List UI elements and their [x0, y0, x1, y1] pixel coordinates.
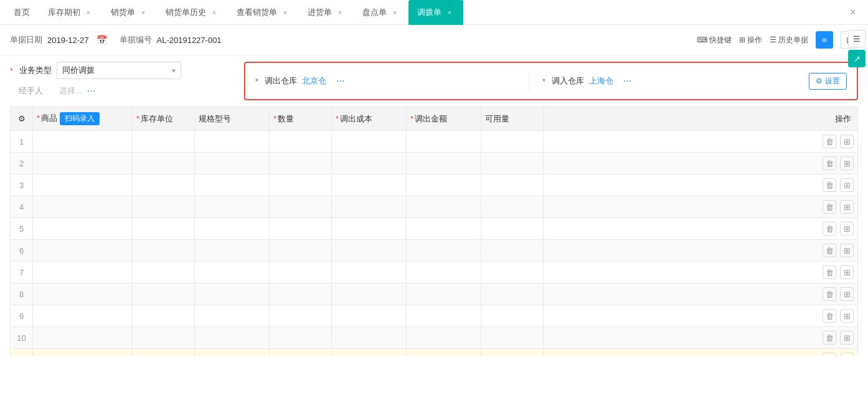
tab-sales-history[interactable]: 销货单历史 × [157, 0, 228, 25]
row-product-5[interactable] [33, 218, 133, 240]
scan-barcode-button[interactable]: 扫码录入 [60, 112, 100, 125]
row-unit-5[interactable] [133, 218, 195, 240]
row-unit-11[interactable] [133, 349, 195, 356]
copy-icon-9[interactable]: ⊞ [840, 309, 854, 323]
row-cost-5[interactable] [332, 218, 407, 240]
row-quantity-5[interactable] [270, 218, 332, 240]
row-spec-6[interactable] [195, 240, 270, 262]
transfer-in-warehouse[interactable]: 上海仓 [589, 75, 613, 87]
copy-icon-6[interactable]: ⊞ [840, 244, 854, 257]
transfer-out-warehouse[interactable]: 北京仓 [302, 75, 326, 87]
row-product-10[interactable] [33, 327, 133, 349]
tab-inventory-init-close[interactable]: × [84, 8, 93, 17]
tab-home[interactable]: 首页 [5, 0, 39, 25]
row-spec-5[interactable] [195, 218, 270, 240]
row-amount-8[interactable] [407, 283, 481, 305]
row-spec-9[interactable] [195, 305, 270, 327]
row-cost-4[interactable] [332, 196, 407, 218]
row-cost-3[interactable] [332, 174, 407, 196]
row-amount-4[interactable] [407, 196, 481, 218]
row-unit-6[interactable] [133, 240, 195, 262]
person-more-button[interactable]: ··· [87, 85, 95, 97]
row-quantity-3[interactable] [270, 174, 332, 196]
row-product-3[interactable] [33, 174, 133, 196]
row-product-4[interactable] [33, 196, 133, 218]
delete-icon-11[interactable]: 🗑 [823, 353, 836, 356]
calendar-icon[interactable]: 📅 [97, 35, 107, 45]
row-unit-7[interactable] [133, 262, 195, 283]
row-unit-4[interactable] [133, 196, 195, 218]
row-cost-10[interactable] [332, 327, 407, 349]
row-spec-8[interactable] [195, 283, 270, 305]
copy-icon-1[interactable]: ⊞ [840, 135, 854, 148]
tab-inventory-check[interactable]: 盘点单 × [354, 0, 408, 25]
row-unit-1[interactable] [133, 131, 195, 153]
person-select[interactable]: 选择... [59, 85, 82, 97]
transfer-out-more-button[interactable]: ··· [336, 75, 344, 87]
row-product-7[interactable] [33, 262, 133, 283]
row-quantity-9[interactable] [270, 305, 332, 327]
delete-icon-5[interactable]: 🗑 [823, 222, 836, 236]
row-cost-9[interactable] [332, 305, 407, 327]
tab-view-sales[interactable]: 查看销货单 × [228, 0, 299, 25]
copy-icon-2[interactable]: ⊞ [840, 156, 854, 170]
row-quantity-7[interactable] [270, 262, 332, 283]
delete-icon-8[interactable]: 🗑 [823, 287, 836, 301]
shortcut-button[interactable]: ⌨ 快捷键 [697, 35, 732, 45]
delete-icon-10[interactable]: 🗑 [823, 331, 836, 345]
delete-icon-4[interactable]: 🗑 [823, 200, 836, 214]
delete-icon-3[interactable]: 🗑 [823, 178, 836, 192]
tab-transfer-order-close[interactable]: × [445, 8, 454, 17]
row-quantity-10[interactable] [270, 327, 332, 349]
row-spec-11[interactable] [195, 349, 270, 356]
row-spec-10[interactable] [195, 327, 270, 349]
table-settings-icon[interactable]: ⚙ [18, 114, 26, 123]
row-unit-8[interactable] [133, 283, 195, 305]
row-amount-10[interactable] [407, 327, 481, 349]
list-view-button[interactable]: ≡ [816, 31, 833, 49]
row-amount-3[interactable] [407, 174, 481, 196]
row-amount-9[interactable] [407, 305, 481, 327]
row-amount-7[interactable] [407, 262, 481, 283]
row-amount-5[interactable] [407, 218, 481, 240]
row-unit-3[interactable] [133, 174, 195, 196]
row-cost-2[interactable] [332, 153, 407, 174]
copy-icon-11[interactable]: ⊞ [840, 353, 854, 356]
tab-sales-history-close[interactable]: × [210, 8, 219, 17]
row-product-1[interactable] [33, 131, 133, 153]
delete-icon-1[interactable]: 🗑 [823, 135, 836, 148]
row-spec-4[interactable] [195, 196, 270, 218]
delete-icon-6[interactable]: 🗑 [823, 244, 836, 257]
row-product-8[interactable] [33, 283, 133, 305]
row-unit-10[interactable] [133, 327, 195, 349]
tab-purchase-order[interactable]: 进货单 × [299, 0, 354, 25]
row-cost-8[interactable] [332, 283, 407, 305]
row-cost-1[interactable] [332, 131, 407, 153]
side-export-icon[interactable]: ↗ [848, 50, 866, 67]
copy-icon-8[interactable]: ⊞ [840, 287, 854, 301]
row-spec-2[interactable] [195, 153, 270, 174]
row-spec-3[interactable] [195, 174, 270, 196]
row-amount-6[interactable] [407, 240, 481, 262]
copy-icon-10[interactable]: ⊞ [840, 331, 854, 345]
row-product-9[interactable] [33, 305, 133, 327]
side-list-icon[interactable]: ☰ [848, 30, 866, 47]
row-unit-9[interactable] [133, 305, 195, 327]
row-quantity-4[interactable] [270, 196, 332, 218]
tab-view-sales-close[interactable]: × [281, 8, 290, 17]
operation-button[interactable]: ⊞ 操作 [739, 35, 762, 45]
row-quantity-6[interactable] [270, 240, 332, 262]
tab-sales-order-close[interactable]: × [139, 8, 148, 17]
delete-icon-2[interactable]: 🗑 [823, 156, 836, 170]
copy-icon-7[interactable]: ⊞ [840, 265, 854, 279]
transfer-in-more-button[interactable]: ··· [623, 75, 631, 87]
row-spec-7[interactable] [195, 262, 270, 283]
tab-inventory-check-close[interactable]: × [390, 8, 399, 17]
row-quantity-2[interactable] [270, 153, 332, 174]
row-quantity-1[interactable] [270, 131, 332, 153]
tab-inventory-init[interactable]: 库存期初 × [39, 0, 102, 25]
row-quantity-8[interactable] [270, 283, 332, 305]
row-amount-2[interactable] [407, 153, 481, 174]
history-button[interactable]: ☰ 历史单据 [770, 35, 808, 45]
row-cost-7[interactable] [332, 262, 407, 283]
